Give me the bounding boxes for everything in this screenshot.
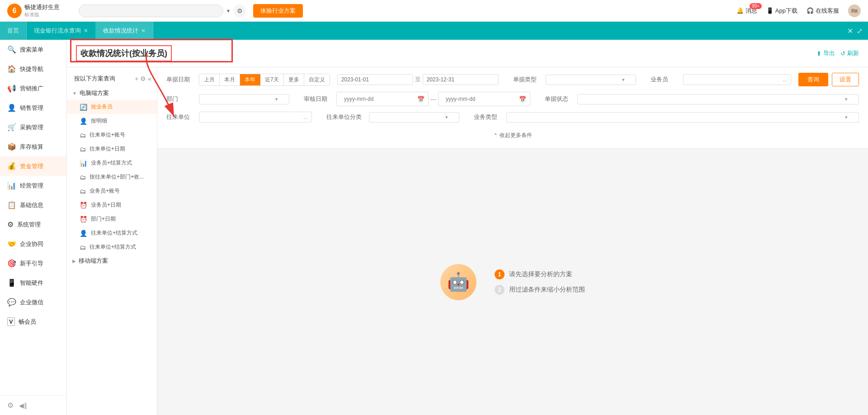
step-2-num: 2 — [495, 285, 505, 295]
counterparty-cat-select[interactable]: ▾ — [369, 112, 459, 123]
sidebar-item-corp-wechat[interactable]: 💬 企业微信 — [0, 292, 66, 312]
review-date-start-wrapper[interactable]: 📅 — [336, 92, 429, 106]
scheme-item-by-detail[interactable]: 👤 按明细 — [67, 114, 157, 128]
dept-select[interactable]: ▾ — [199, 94, 289, 104]
tab-bank-flow-close[interactable]: ✕ — [84, 28, 88, 34]
refresh-button[interactable]: ↺ 刷新 — [840, 49, 859, 57]
filter-area: 单据日期 上月 本月 本年 近7天 更多 自定义 至 — [157, 67, 868, 149]
tab-receipt-stat-close[interactable]: ✕ — [141, 28, 146, 34]
collapse-more-button[interactable]: ⌃ 收起更多条件 — [166, 128, 859, 143]
window-expand-icon[interactable]: ⤢ — [857, 27, 863, 35]
step-2-text: 用过滤条件来缩小分析范围 — [509, 286, 585, 294]
counterparty-more-btn[interactable]: ... — [303, 114, 308, 120]
scheme-item-counter-settle2[interactable]: 🗂 往来单位+结算方式 — [67, 240, 157, 254]
scheme-item-counter-acct[interactable]: 🗂 往来单位+账号 — [67, 128, 157, 142]
member-icon: V — [7, 317, 15, 326]
sidebar-item-inventory[interactable]: 📦 库存核算 — [0, 137, 66, 156]
scheme-item-counter-date[interactable]: 🗂 往来单位+日期 — [67, 142, 157, 156]
sidebar-gear-icon[interactable]: ⚙ — [7, 401, 14, 410]
date-tab-last-month[interactable]: 上月 — [199, 74, 220, 85]
scheme-collapse-button[interactable]: « — [148, 75, 151, 82]
top-search-bar[interactable] — [79, 5, 223, 17]
sidebar-item-sales[interactable]: 👤 销售管理 — [0, 98, 66, 118]
export-icon: ⬆ — [816, 50, 821, 57]
sales-acct-label: 业务员+账号 — [90, 187, 120, 195]
online-service-item[interactable]: 🎧 在线客服 — [807, 7, 839, 15]
sidebar-item-corp-coop[interactable]: 🤝 企业协同 — [0, 234, 66, 254]
date-tab-this-year[interactable]: 本年 — [240, 74, 260, 85]
date-end-input[interactable] — [423, 74, 499, 85]
app-download-item[interactable]: 📱 App下载 — [766, 7, 797, 15]
calendar-icon-1[interactable]: 📅 — [417, 96, 425, 103]
sidebar-item-system-label: 系统管理 — [17, 221, 41, 229]
collapse-label: 收起更多条件 — [500, 132, 532, 139]
mobile-group-triangle: ▶ — [72, 259, 76, 264]
pc-group-label: 电脑端方案 — [80, 89, 109, 97]
counterparty-input[interactable]: ... — [199, 112, 312, 123]
scheme-item-by-salesman[interactable]: 🔄 按业务员 — [67, 100, 157, 114]
scheme-item-counter-dept[interactable]: 🗂 按往来单位+部门+收... — [67, 170, 157, 184]
gear-button[interactable]: ⚙ — [233, 5, 246, 17]
doc-status-select[interactable]: ▾ — [577, 94, 859, 104]
date-tab-custom[interactable]: 自定义 — [304, 74, 330, 85]
scheme-group-pc-title[interactable]: ▼ 电脑端方案 — [67, 86, 157, 100]
date-tab-more[interactable]: 更多 — [284, 74, 304, 85]
logo-text: 畅捷通好生意 — [24, 3, 60, 11]
notification-item[interactable]: 🔔 消息 99+ — [736, 7, 757, 15]
scheme-item-sales-acct[interactable]: 🗂 业务员+账号 — [67, 184, 157, 198]
date-tab-this-month[interactable]: 本月 — [220, 74, 240, 85]
scheme-group-mobile-title[interactable]: ▶ 移动端方案 — [67, 254, 157, 268]
service-icon: 🎧 — [807, 7, 814, 14]
set-button[interactable]: 设置 — [832, 73, 859, 86]
calendar-icon-2[interactable]: 📅 — [519, 96, 526, 103]
sidebar-item-finance[interactable]: 💰 资金管理 — [0, 156, 66, 176]
review-date-start[interactable] — [340, 94, 415, 104]
filter-row-2: 部门 ▾ 审核日期 📅 — — [166, 92, 859, 106]
sidebar-item-member[interactable]: V 畅会员 — [0, 312, 66, 331]
date-start-input[interactable] — [337, 74, 413, 85]
panel-header: 按以下方案查询 + ⚙ « — [67, 71, 157, 86]
scheme-item-sales-date[interactable]: ⏰ 业务员+日期 — [67, 198, 157, 212]
review-date-sep: — — [430, 96, 436, 103]
sidebar-item-smart-hw[interactable]: 📱 智能硬件 — [0, 273, 66, 292]
date-tab-last-7[interactable]: 近7天 — [260, 74, 284, 85]
biz-type-label: 业务类型 — [474, 113, 499, 121]
empty-state-container: 🤖 1 请先选择要分析的方案 2 用过滤条件来缩小分析范围 — [440, 264, 585, 300]
sidebar-item-purchase[interactable]: 🛒 采购管理 — [0, 118, 66, 137]
scheme-setting-button[interactable]: ⚙ — [140, 75, 146, 82]
pc-group-triangle: ▼ — [72, 91, 77, 96]
window-close-icon[interactable]: ✕ — [847, 27, 853, 35]
scheme-item-dept-date[interactable]: ⏰ 部门+日期 — [67, 212, 157, 226]
sidebar-item-system[interactable]: ⚙ 系统管理 — [0, 215, 66, 234]
search-input[interactable] — [79, 5, 223, 17]
sidebar-item-beginner[interactable]: 🎯 新手引导 — [0, 254, 66, 273]
query-button[interactable]: 查询 — [798, 73, 828, 86]
sidebar-item-inventory-label: 库存核算 — [20, 143, 43, 151]
sidebar-item-search-menu[interactable]: 🔍 搜索菜单 — [0, 40, 66, 59]
sidebar-item-basic-info[interactable]: 📋 基础信息 — [0, 195, 66, 215]
review-date-end-wrapper[interactable]: 📅 — [438, 92, 530, 106]
tab-bar-right: ✕ ⤢ — [847, 27, 868, 35]
review-date-end[interactable] — [442, 94, 517, 104]
scheme-item-counter-settle[interactable]: 👤 往来单位+结算方式 — [67, 226, 157, 240]
export-button[interactable]: ⬆ 导出 — [816, 49, 835, 57]
biz-type-select[interactable]: ▾ — [506, 112, 859, 123]
tab-bank-flow[interactable]: 现金银行流水查询 ✕ — [27, 22, 96, 40]
sidebar-collapse-icon[interactable]: ◀‖ — [19, 402, 27, 409]
scheme-item-sales-settle[interactable]: 📊 业务员+结算方式 — [67, 156, 157, 170]
notification-badge: 99+ — [750, 3, 762, 9]
salesman-input[interactable]: ... — [683, 74, 791, 85]
sidebar-item-quick-nav[interactable]: 🏠 快捷导航 — [0, 59, 66, 79]
tab-home[interactable]: 首页 — [0, 22, 27, 40]
sidebar-item-operation[interactable]: 📊 经营管理 — [0, 176, 66, 195]
sales-settle-label: 业务员+结算方式 — [91, 159, 132, 167]
doc-type-select[interactable]: ▾ — [546, 75, 636, 85]
tab-receipt-stat[interactable]: 收款情况统计 ✕ — [96, 22, 153, 40]
sidebar-item-marketing[interactable]: 📢 营销推广 — [0, 79, 66, 98]
add-scheme-button[interactable]: + — [135, 75, 138, 82]
trial-button[interactable]: 体验行业方案 — [253, 4, 303, 18]
salesman-more-btn[interactable]: ... — [783, 76, 787, 83]
user-avatar[interactable]: Rit — [848, 5, 861, 17]
dropdown-arrow-icon[interactable]: ▾ — [227, 8, 230, 14]
app-download-label: App下载 — [775, 7, 797, 15]
